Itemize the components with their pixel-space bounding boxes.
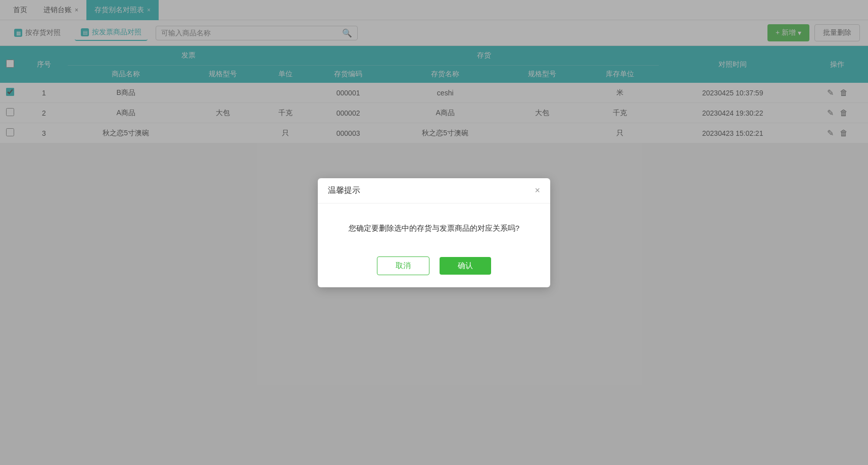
dialog-overlay: 温馨提示 × 您确定要删除选中的存货与发票商品的对应关系吗? 取消 确认 [0, 0, 868, 143]
